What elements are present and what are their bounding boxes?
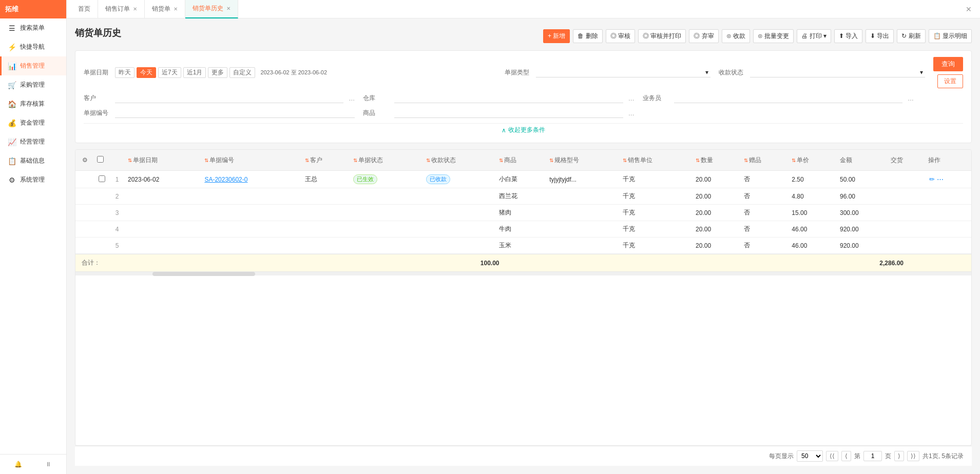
sidebar-item-inventory[interactable]: 🏠 库存核算	[0, 94, 66, 113]
collect-button[interactable]: ⊙ 收款	[722, 29, 750, 43]
goods-dots[interactable]: …	[628, 110, 635, 117]
pagination: 每页显示 50 100 200 ⟨⟨ ⟨ 第 页 ⟩ ⟩⟩ 共1页, 5条记录	[75, 446, 972, 466]
sidebar-item-sales[interactable]: 📊 销售管理	[0, 56, 66, 75]
date-btn-7days[interactable]: 近7天	[158, 67, 181, 78]
sidebar-item-purchase[interactable]: 🛒 采购管理	[0, 75, 66, 94]
cell-date	[125, 221, 201, 238]
first-page-button[interactable]: ⟨⟨	[826, 451, 838, 461]
sidebar-item-quicknav[interactable]: ⚡ 快捷导航	[0, 37, 66, 56]
type-select[interactable]: ▾	[536, 68, 711, 77]
cell-order-status	[350, 238, 423, 254]
sidebar-item-operations[interactable]: 📈 经营管理	[0, 132, 66, 151]
abandon-button[interactable]: ◎ 弃审	[689, 29, 718, 43]
batch-button[interactable]: ⊙ 批量变更	[753, 29, 794, 43]
tab-home[interactable]: 首页	[71, 0, 98, 18]
date-btn-today[interactable]: 今天	[137, 67, 156, 78]
cell-orderno	[201, 221, 302, 238]
cell-customer	[302, 238, 350, 254]
scrollbar-thumb[interactable]	[152, 272, 255, 276]
new-button[interactable]: + 新增	[543, 29, 570, 43]
col-collect-status[interactable]: ⇅收款状态	[423, 150, 496, 171]
tab-sales-goods-close[interactable]: ✕	[174, 6, 178, 12]
tab-sales-order[interactable]: 销售订单 ✕	[98, 0, 145, 18]
next-page-button[interactable]: ⟩	[894, 451, 904, 461]
settings-gear-icon[interactable]: ⚙	[79, 154, 91, 166]
date-btn-yesterday[interactable]: 昨天	[115, 67, 134, 78]
row-checkbox[interactable]	[99, 175, 105, 182]
cell-goods: 猪肉	[496, 205, 546, 221]
col-qty[interactable]: ⇅数量	[693, 150, 741, 171]
goods-label: 商品	[363, 109, 391, 117]
tab-sales-goods[interactable]: 销货单 ✕	[145, 0, 185, 18]
cell-delivery	[888, 188, 925, 205]
cell-amount: 300.00	[837, 205, 888, 221]
sidebar-item-basic[interactable]: 📋 基础信息	[0, 151, 66, 170]
table-row: 1 2023-06-02 SA-20230602-0 王总 已生效 已收款 小白…	[75, 171, 971, 188]
cell-orderno	[201, 188, 302, 205]
sidebar-item-system[interactable]: ⚙ 系统管理	[0, 170, 66, 189]
collapse-icon: ∧	[502, 127, 506, 134]
customer-dots[interactable]: …	[349, 95, 355, 102]
goods-input[interactable]	[394, 108, 623, 118]
filter-warehouse: 仓库 …	[363, 93, 634, 103]
notification-btn[interactable]: 🔔	[4, 459, 32, 470]
sidebar-item-label: 资金管理	[20, 118, 45, 127]
import-button[interactable]: ⬆ 导入	[834, 29, 862, 43]
col-date[interactable]: ⇅单据日期	[125, 150, 201, 171]
col-order-status[interactable]: ⇅单据状态	[350, 150, 423, 171]
collapse-button[interactable]: ∧ 收起更多条件	[84, 123, 963, 136]
col-customer[interactable]: ⇅客户	[302, 150, 350, 171]
col-goods[interactable]: ⇅商品	[496, 150, 546, 171]
staff-dots[interactable]: …	[908, 95, 914, 102]
tab-sales-order-label: 销售订单	[105, 5, 130, 13]
date-btn-custom[interactable]: 自定义	[229, 67, 255, 78]
refresh-button[interactable]: ↻ 刷新	[897, 29, 925, 43]
staff-label: 业务员	[643, 94, 671, 103]
query-button[interactable]: 查询	[933, 57, 963, 71]
select-all-checkbox[interactable]	[97, 156, 104, 163]
col-unit[interactable]: ⇅销售单位	[620, 150, 693, 171]
export-button[interactable]: ⬇ 导出	[866, 29, 894, 43]
audit-button[interactable]: ◎ 审核	[606, 29, 635, 43]
tab-sales-history-close[interactable]: ✕	[226, 6, 230, 11]
tabbar-close-all[interactable]: ✕	[962, 5, 976, 13]
show-detail-button[interactable]: 📋 显示明细	[929, 29, 972, 43]
collect-status-badge: 已收款	[426, 174, 450, 184]
tab-sales-history[interactable]: 销货单历史 ✕	[185, 0, 238, 18]
print-button[interactable]: 🖨 打印 ▾	[797, 29, 831, 43]
col-price[interactable]: ⇅单价	[789, 150, 837, 171]
cell-settings	[75, 238, 94, 254]
sidebar-item-finance[interactable]: 💰 资金管理	[0, 113, 66, 132]
staff-input[interactable]	[674, 93, 902, 103]
order-no-input[interactable]	[115, 108, 355, 118]
per-page-select[interactable]: 50 100 200	[797, 450, 823, 462]
cell-customer	[302, 205, 350, 221]
last-page-button[interactable]: ⟩⟩	[907, 451, 919, 461]
col-spec[interactable]: ⇅规格型号	[546, 150, 619, 171]
order-no-link[interactable]: SA-20230602-0	[204, 176, 247, 183]
date-btn-more[interactable]: 更多	[208, 67, 227, 78]
tab-sales-order-close[interactable]: ✕	[133, 6, 137, 12]
more-btn[interactable]: ⋯	[937, 175, 944, 183]
cell-price: 4.80	[789, 188, 837, 205]
customer-input[interactable]	[115, 93, 343, 103]
warehouse-dots[interactable]: …	[628, 95, 635, 102]
horizontal-scrollbar[interactable]	[75, 271, 971, 275]
page-number-input[interactable]	[863, 451, 882, 461]
col-gift[interactable]: ⇅赠品	[741, 150, 789, 171]
col-orderno[interactable]: ⇅单据编号	[201, 150, 302, 171]
prev-page-button[interactable]: ⟨	[841, 451, 851, 461]
col-settings[interactable]: ⚙	[75, 150, 94, 171]
warehouse-input[interactable]	[394, 93, 623, 103]
audit-print-button[interactable]: ◎ 审核并打印	[638, 29, 686, 43]
sidebar-item-search[interactable]: ☰ 搜索菜单	[0, 18, 66, 37]
cell-checkbox	[94, 205, 109, 221]
date-btn-1month[interactable]: 近1月	[183, 67, 206, 78]
cell-ops	[925, 188, 971, 205]
setting-button[interactable]: 设置	[937, 74, 963, 88]
delete-button[interactable]: 🗑 删除	[573, 29, 602, 43]
cell-checkbox	[94, 238, 109, 254]
collect-status-select[interactable]: ▾	[750, 68, 925, 77]
pause-btn[interactable]: ⏸	[34, 459, 63, 470]
edit-btn[interactable]: ✏	[929, 175, 935, 183]
